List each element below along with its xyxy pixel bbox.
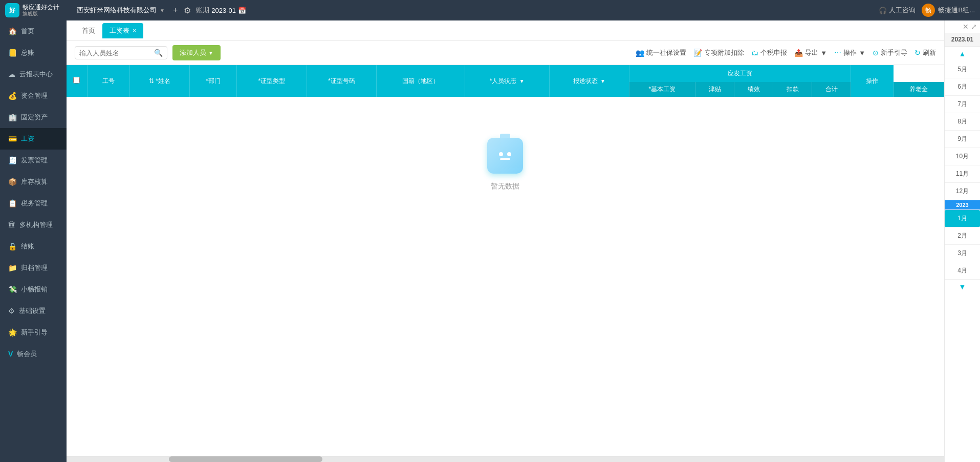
date-item-1-active[interactable]: 1月 [945, 210, 980, 227]
th-id-number: *证型号码 [307, 65, 377, 97]
sidebar-item-fixed-asset[interactable]: 🏢 固定资产 [0, 107, 67, 128]
sidebar-label-cloud-report: 云报表中心 [19, 70, 53, 79]
company-name: 西安虾米网络科技有限公司 [77, 6, 157, 15]
sidebar-item-close-account[interactable]: 🔒 结账 [0, 236, 67, 257]
date-item-10[interactable]: 10月 [945, 148, 980, 165]
tax-declare-icon: 🗂 [751, 49, 758, 57]
sidebar-item-multi-org[interactable]: 🏛 多机构管理 [0, 214, 67, 236]
search-icon: 🔍 [154, 49, 163, 57]
guide-label: 新手引导 [881, 48, 907, 57]
scroll-thumb[interactable] [169, 456, 322, 462]
add-company-button[interactable]: + [173, 6, 178, 15]
sidebar-label-fund: 资金管理 [21, 91, 48, 100]
tab-close-icon[interactable]: × [133, 27, 136, 34]
sidebar-item-cloud-report[interactable]: ☁ 云报表中心 [0, 64, 67, 85]
settings-header-button[interactable]: ⚙ [184, 6, 191, 15]
deduction-button[interactable]: 📝 专项附加扣除 [693, 48, 744, 57]
sidebar-label-ledger: 总账 [21, 48, 34, 57]
tab-home[interactable]: 首页 [75, 23, 102, 38]
sidebar-item-expense[interactable]: 💸 小畅报销 [0, 279, 67, 300]
calendar-icon[interactable]: 📅 [238, 7, 246, 14]
sidebar-item-member[interactable]: V 畅会员 [0, 343, 67, 365]
sidebar-label-member: 畅会员 [17, 349, 37, 359]
panel-close-button[interactable]: ✕ [963, 23, 969, 31]
date-item-11[interactable]: 11月 [945, 165, 980, 183]
report-status-filter-icon[interactable]: ▼ [600, 78, 605, 84]
support-label: 人工咨询 [889, 6, 916, 15]
sidebar-item-settings[interactable]: ⚙ 基础设置 [0, 300, 67, 322]
sidebar-item-inventory[interactable]: 📦 库存核算 [0, 171, 67, 193]
guide-button[interactable]: ⊙ 新手引导 [873, 48, 907, 57]
th-checkbox[interactable] [67, 65, 87, 97]
th-id-type: *证型类型 [236, 65, 307, 97]
date-item-6[interactable]: 6月 [945, 78, 980, 96]
th-name: ⇅ *姓名 [129, 65, 189, 97]
refresh-icon: ↻ [914, 49, 921, 57]
panel-expand-button[interactable]: ⤢ [971, 23, 977, 31]
support-button[interactable]: 🎧 人工咨询 [879, 6, 916, 15]
tab-payroll[interactable]: 工资表 × [102, 23, 143, 38]
sidebar-item-ledger[interactable]: 📒 总账 [0, 42, 67, 64]
date-item-4[interactable]: 4月 [945, 262, 980, 280]
main-layout: 🏠 首页 📒 总账 ☁ 云报表中心 💰 资金管理 🏢 固定资产 💳 工资 🧾 发… [0, 20, 980, 462]
fund-icon: 💰 [8, 92, 17, 100]
user-name: 畅捷通B组... [938, 6, 975, 15]
search-input[interactable] [79, 49, 151, 57]
table-body: 暂无数据 [67, 97, 944, 232]
date-item-12[interactable]: 12月 [945, 183, 980, 200]
empty-robot-icon [487, 138, 523, 174]
guide-toolbar-icon: ⊙ [873, 49, 879, 57]
expense-icon: 💸 [8, 285, 17, 293]
th-person-status: *人员状态 ▼ [465, 65, 549, 97]
operation-button[interactable]: ⋯ 操作 ▼ [834, 48, 865, 57]
sidebar-item-invoice[interactable]: 🧾 发票管理 [0, 150, 67, 171]
date-item-9[interactable]: 9月 [945, 131, 980, 148]
company-selector[interactable]: 西安虾米网络科技有限公司 ▼ [77, 6, 165, 15]
horizontal-scrollbar[interactable] [67, 456, 944, 462]
refresh-button[interactable]: ↻ 刷新 [914, 48, 936, 57]
social-security-label: 统一社保设置 [646, 48, 686, 57]
date-item-8[interactable]: 8月 [945, 113, 980, 131]
social-security-button[interactable]: 👥 统一社保设置 [636, 48, 686, 57]
sidebar-label-guide: 新手引导 [21, 328, 48, 337]
sidebar-label-multi-org: 多机构管理 [19, 220, 53, 229]
date-nav-down[interactable]: ▼ [945, 280, 980, 294]
add-person-button[interactable]: 添加人员 ▼ [172, 45, 221, 60]
person-status-filter-icon[interactable]: ▼ [519, 78, 525, 84]
export-arrow-icon: ▼ [820, 49, 827, 57]
multi-org-icon: 🏛 [8, 221, 15, 229]
sidebar-label-home: 首页 [21, 27, 34, 36]
header-actions: + ⚙ [173, 6, 191, 15]
sidebar-item-archive[interactable]: 📁 归档管理 [0, 257, 67, 279]
user-area[interactable]: 畅 畅捷通B组... [922, 4, 975, 17]
export-label: 导出 [805, 48, 818, 57]
tab-payroll-label: 工资表 [110, 26, 129, 35]
sidebar-item-fund[interactable]: 💰 资金管理 [0, 85, 67, 107]
date-item-7[interactable]: 7月 [945, 96, 980, 113]
toolbar-actions: 👥 统一社保设置 📝 专项附加扣除 🗂 个税申报 📤 导出 ▼ ⋯ [636, 48, 936, 57]
th-report-status: 报送状态 ▼ [549, 65, 629, 97]
empty-state: 暂无数据 [67, 97, 944, 232]
date-nav-up[interactable]: ▲ [945, 47, 980, 61]
th-action: 操作 [851, 65, 894, 97]
sidebar-item-payroll[interactable]: 💳 工资 [0, 128, 67, 150]
date-item-5[interactable]: 5月 [945, 61, 980, 78]
select-all-checkbox[interactable] [73, 77, 80, 83]
inventory-icon: 📦 [8, 178, 17, 186]
empty-text: 暂无数据 [491, 182, 519, 191]
tax-declare-button[interactable]: 🗂 个税申报 [751, 48, 787, 57]
refresh-label: 刷新 [923, 48, 936, 57]
payroll-table: 工号 ⇅ *姓名 *部门 *证型类型 *证型号码 国籍（地区） *人员状态 ▼ … [67, 65, 944, 232]
home-icon: 🏠 [8, 27, 17, 35]
year-2023-badge: 2023 [945, 200, 980, 210]
date-item-3[interactable]: 3月 [945, 245, 980, 262]
sidebar-item-home[interactable]: 🏠 首页 [0, 20, 67, 42]
date-item-2[interactable]: 2月 [945, 227, 980, 245]
export-button[interactable]: 📤 导出 ▼ [794, 48, 827, 57]
export-icon: 📤 [794, 49, 803, 57]
tax-declare-label: 个税申报 [760, 48, 787, 57]
sidebar-item-guide[interactable]: 🌟 新手引导 [0, 322, 67, 343]
tax-icon: 📋 [8, 199, 17, 207]
invoice-icon: 🧾 [8, 156, 17, 164]
sidebar-item-tax[interactable]: 📋 税务管理 [0, 193, 67, 214]
